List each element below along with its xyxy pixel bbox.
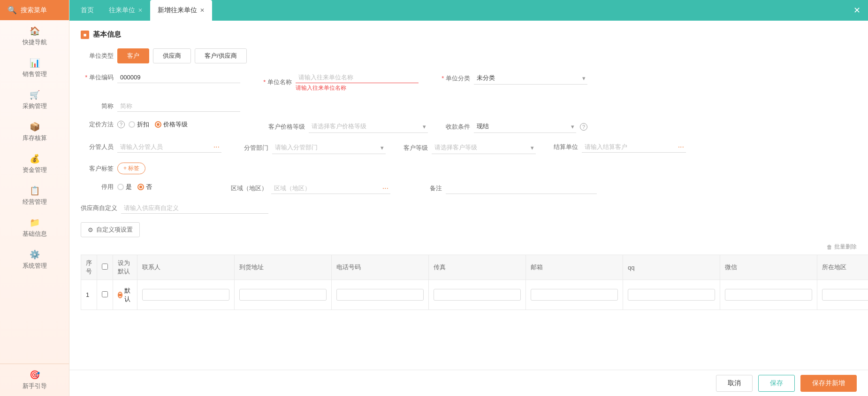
level-label: 价格等级 — [163, 120, 188, 129]
remark-input[interactable] — [446, 183, 597, 194]
system-icon: ⚙️ — [30, 249, 40, 260]
region-input[interactable] — [271, 183, 381, 194]
batch-delete-label[interactable]: 批量删除 — [834, 243, 857, 251]
payment-terms-group: 收款条件 现结 ▾ ? — [437, 120, 587, 133]
home-icon: 🏠 — [30, 26, 40, 36]
manager-row: 分管人员 ··· 分管部门 请输入分管部门 ▾ 客户等级 请选择客户等级 ▾ — [81, 141, 857, 154]
cancel-button[interactable]: 取消 — [716, 375, 753, 392]
phone-input[interactable] — [336, 289, 424, 301]
tab-new-partner[interactable]: 新增往来单位 ✕ — [150, 0, 212, 21]
tab-bar-close[interactable]: ✕ — [850, 5, 864, 16]
tab-partner-close[interactable]: ✕ — [138, 7, 143, 14]
sidebar-item-inventory[interactable]: 📦 库存核算 — [0, 116, 69, 148]
sidebar-item-basic-info[interactable]: 📁 基础信息 — [0, 212, 69, 244]
row-qq — [623, 280, 720, 310]
manager-input[interactable] — [117, 141, 212, 152]
disable-no[interactable]: 否 — [137, 183, 152, 191]
sidebar-item-label: 快捷导航 — [23, 38, 47, 47]
row-checkbox[interactable] — [102, 291, 108, 297]
row-region-input[interactable] — [822, 289, 868, 301]
unit-type-group: 单位类型 客户 供应商 客户/供应商 — [81, 48, 857, 63]
disable-yes[interactable]: 是 — [117, 183, 132, 191]
contact-table: 序号 设为默认 联系人 到货地址 电话号码 传真 邮箱 qq 微信 所在地区 操… — [81, 255, 868, 310]
sidebar-search[interactable]: 🔍 搜索菜单 — [0, 0, 69, 20]
tab-new-partner-close[interactable]: ✕ — [200, 7, 205, 14]
save-button[interactable]: 保存 — [758, 375, 795, 392]
sidebar-item-purchase[interactable]: 🛒 采购管理 — [0, 84, 69, 116]
payment-terms-select[interactable]: 现结 ▾ — [474, 120, 576, 133]
payment-help-icon[interactable]: ? — [580, 123, 587, 131]
price-level-group: 客户价格等级 请选择客户价格等级 ▾ — [268, 120, 428, 133]
pricing-row: 定价方法 ? 折扣 价格等级 客户价格等级 请选择客户价格等级 — [81, 120, 857, 133]
sidebar-item-operations[interactable]: 📋 经营管理 — [0, 180, 69, 212]
tab-bar: 首页 往来单位 ✕ 新增往来单位 ✕ ✕ — [69, 0, 868, 21]
row-default-radio[interactable]: 默认 — [118, 287, 132, 303]
col-phone: 电话号码 — [332, 255, 429, 280]
sidebar-item-sales[interactable]: 📊 销售管理 — [0, 52, 69, 84]
department-select[interactable]: 请输入分管部门 ▾ — [272, 141, 386, 154]
col-address: 到货地址 — [235, 255, 332, 280]
unit-btn-both[interactable]: 客户/供应商 — [195, 48, 247, 63]
sidebar-item-quick-nav[interactable]: 🏠 快捷导航 — [0, 20, 69, 52]
payment-terms-label: 收款条件 — [437, 123, 470, 131]
pricing-radio-discount[interactable]: 折扣 — [129, 120, 149, 129]
row-check — [97, 280, 113, 310]
address-input[interactable] — [239, 289, 327, 301]
col-seq: 序号 — [81, 255, 97, 280]
col-email: 邮箱 — [526, 255, 623, 280]
unit-type-label: 单位类型 — [81, 52, 114, 60]
department-label: 分管部门 — [236, 144, 268, 152]
basic-info-icon: 📁 — [30, 217, 40, 228]
settlement-more-btn[interactable]: ··· — [676, 143, 686, 151]
custom-settings-button[interactable]: ⚙ 自定义项设置 — [81, 222, 140, 237]
select-all-checkbox[interactable] — [102, 264, 108, 270]
purchase-icon: 🛒 — [30, 90, 40, 100]
content-area: ■ 基本信息 单位类型 客户 供应商 客户/供应商 单位编码 单位名称 — [69, 21, 868, 370]
unit-code-group: 单位编码 — [81, 72, 240, 83]
row-email — [526, 280, 623, 310]
unit-btn-supplier[interactable]: 供应商 — [153, 48, 191, 63]
region-more-btn[interactable]: ··· — [381, 184, 390, 193]
fax-input[interactable] — [434, 289, 521, 301]
manager-more-btn[interactable]: ··· — [212, 143, 221, 151]
save-new-button[interactable]: 保存并新增 — [800, 375, 857, 392]
unit-category-arrow: ▾ — [580, 75, 587, 82]
sidebar-item-new-guide[interactable]: 🎯 新手引导 — [0, 364, 69, 396]
unit-type-buttons: 客户 供应商 客户/供应商 — [117, 48, 247, 63]
col-contact: 联系人 — [137, 255, 235, 280]
wechat-input[interactable] — [725, 289, 812, 301]
sidebar-item-label: 基础信息 — [23, 230, 47, 238]
sidebar-item-finance[interactable]: 💰 资金管理 — [0, 148, 69, 180]
unit-btn-customer[interactable]: 客户 — [117, 48, 149, 63]
disable-group: 停用 是 否 — [81, 183, 212, 191]
sidebar-item-system[interactable]: ⚙️ 系统管理 — [0, 244, 69, 276]
sidebar-item-label: 资金管理 — [23, 166, 47, 174]
disable-no-radio — [137, 184, 144, 190]
price-level-label: 客户价格等级 — [268, 123, 305, 131]
tab-partner[interactable]: 往来单位 ✕ — [101, 0, 150, 21]
pricing-radio-level[interactable]: 价格等级 — [155, 120, 188, 129]
contact-input[interactable] — [142, 289, 229, 301]
short-name-input[interactable] — [117, 101, 240, 112]
unit-name-input[interactable] — [296, 72, 419, 83]
payment-terms-arrow: ▾ — [569, 123, 576, 130]
sidebar-item-label: 系统管理 — [23, 262, 47, 270]
search-icon: 🔍 — [8, 6, 17, 15]
table-header: 序号 设为默认 联系人 到货地址 电话号码 传真 邮箱 qq 微信 所在地区 操… — [81, 255, 868, 280]
customer-level-select[interactable]: 请选择客户等级 ▾ — [432, 141, 536, 154]
unit-category-select[interactable]: 未分类 ▾ — [474, 72, 587, 85]
unit-type-row: 单位类型 客户 供应商 客户/供应商 — [81, 48, 857, 63]
short-name-label: 简称 — [81, 102, 114, 110]
settlement-group: 结算单位 ··· — [545, 141, 686, 153]
price-level-select[interactable]: 请选择客户价格等级 ▾ — [309, 120, 428, 133]
qq-input[interactable] — [628, 289, 715, 301]
add-tag-button[interactable]: + 标签 — [117, 163, 145, 174]
pricing-help-icon[interactable]: ? — [117, 121, 125, 128]
supplier-custom-input[interactable] — [121, 202, 268, 214]
row-region — [817, 280, 868, 310]
sidebar-search-label: 搜索菜单 — [21, 6, 47, 15]
tab-home[interactable]: 首页 — [73, 0, 101, 21]
settlement-input[interactable] — [582, 141, 676, 152]
email-input[interactable] — [531, 289, 618, 301]
unit-code-input[interactable] — [117, 72, 240, 83]
